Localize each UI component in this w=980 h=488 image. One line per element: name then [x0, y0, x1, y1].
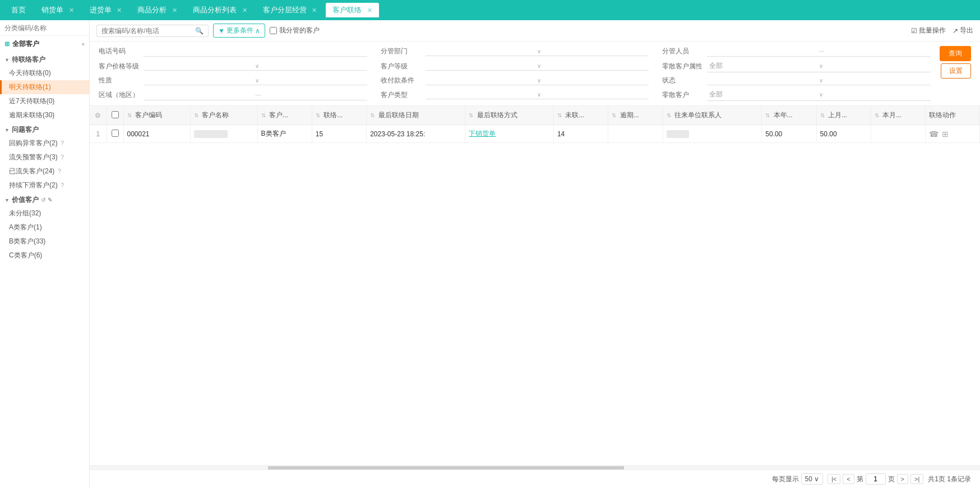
more-icon[interactable]: ···: [819, 47, 928, 55]
close-icon[interactable]: ✕: [367, 7, 372, 13]
triangle-icon: ▼: [4, 127, 10, 133]
next-page-button[interactable]: >: [897, 474, 908, 484]
sidebar-item-churn-warning[interactable]: 流失预警客户(3) ?: [0, 150, 89, 164]
sort-icon[interactable]: ⇅: [261, 112, 266, 118]
sort-icon[interactable]: ⇅: [370, 112, 375, 118]
close-icon[interactable]: ✕: [69, 7, 74, 13]
sort-icon[interactable]: ⇅: [194, 112, 198, 118]
filter-phone: 电话号码: [99, 46, 367, 57]
sidebar-item-a-class[interactable]: A类客户(1): [0, 220, 89, 234]
select-all-checkbox[interactable]: [112, 111, 119, 118]
price-grade-select[interactable]: ∨: [144, 62, 367, 71]
close-icon[interactable]: ✕: [117, 7, 122, 13]
nav-sales-order[interactable]: 销货单 ✕: [35, 3, 81, 17]
sort-icon[interactable]: ⇅: [612, 112, 616, 118]
close-icon[interactable]: ✕: [312, 7, 317, 13]
col-overdue: ⇅ 逾期...: [608, 106, 663, 125]
last-page-button[interactable]: >|: [910, 474, 923, 484]
close-icon[interactable]: ✕: [242, 7, 247, 13]
search-box[interactable]: 🔍: [96, 25, 209, 37]
manager-select[interactable]: ···: [707, 46, 931, 57]
customer-type-select[interactable]: ∨: [426, 90, 649, 99]
horizontal-scrollbar[interactable]: [90, 465, 980, 469]
customer-grade-select[interactable]: ∨: [426, 62, 649, 71]
contact-action-icon[interactable]: ☎: [929, 130, 939, 139]
sort-icon[interactable]: ⇅: [820, 112, 825, 118]
checkbox-icon: ☑: [911, 27, 917, 35]
col-last-contact-date: ⇅ 最后联络日期: [367, 106, 465, 125]
row-code: 000021: [123, 125, 191, 143]
phone-label: 电话号码: [99, 47, 144, 56]
nav-customer-tier[interactable]: 客户分层经营 ✕: [256, 3, 324, 17]
my-customers-checkbox[interactable]: 我分管的客户: [270, 26, 320, 35]
nature-select[interactable]: ∨: [144, 76, 367, 85]
page-size-dropdown[interactable]: 50 ∨: [801, 473, 823, 485]
nav-home[interactable]: 首页: [4, 3, 33, 17]
sidebar-search-input[interactable]: [4, 24, 89, 32]
sort-icon[interactable]: ⇅: [875, 112, 879, 118]
edit-icon[interactable]: ✎: [48, 197, 52, 203]
status-select[interactable]: ∨: [707, 76, 931, 85]
nav-product-analysis[interactable]: 商品分析 ✕: [131, 3, 184, 17]
page-number-input[interactable]: [866, 473, 886, 485]
my-customers-check[interactable]: [270, 27, 277, 34]
prev-page-button[interactable]: <: [843, 474, 854, 484]
sidebar-item-declining[interactable]: 持续下滑客户(2) ?: [0, 178, 89, 192]
settings-icon[interactable]: ⚙: [95, 112, 101, 119]
all-customers-header[interactable]: ⊞ 全部客户 «: [0, 36, 89, 52]
sidebar-item-churned[interactable]: 已流失客户(24) ?: [0, 164, 89, 178]
col-settings[interactable]: ⚙: [90, 106, 107, 125]
sidebar-item-ungrouped[interactable]: 未分组(32): [0, 206, 89, 220]
row-select-checkbox[interactable]: [112, 130, 119, 137]
chevron-down-icon: ∨: [537, 91, 646, 98]
query-button[interactable]: 查询: [940, 46, 971, 61]
retail-customer-select[interactable]: 全部 ∨: [707, 89, 931, 101]
sort-icon[interactable]: ⇅: [127, 112, 132, 118]
sort-icon[interactable]: ⇅: [469, 112, 473, 118]
export-button[interactable]: ↗ 导出: [953, 26, 973, 35]
close-icon[interactable]: ✕: [172, 7, 177, 13]
price-grade-label: 客户价格等级: [99, 62, 144, 71]
sort-icon[interactable]: ⇅: [667, 112, 671, 118]
dept-select[interactable]: ∨: [426, 47, 649, 56]
region-select[interactable]: ···: [144, 90, 367, 100]
sidebar-search-box[interactable]: 🔍: [0, 20, 89, 36]
more-conditions-button[interactable]: ▼ 更多条件 ∧: [213, 24, 265, 38]
batch-operation-button[interactable]: ☑ 批量操作: [911, 26, 946, 35]
retail-attr-select[interactable]: 全部 ∨: [707, 60, 931, 72]
more-icon[interactable]: ···: [255, 91, 364, 99]
sidebar-item-overdue-contact[interactable]: 逾期未联络(30): [0, 108, 89, 122]
sort-icon[interactable]: ⇅: [316, 112, 320, 118]
more-action-icon[interactable]: ⊞: [942, 130, 949, 139]
sidebar-item-tomorrow-contact[interactable]: 明天待联络(1): [0, 80, 89, 94]
sidebar-item-repurchase-anomaly[interactable]: 回购异常客户(2) ?: [0, 136, 89, 150]
filter-nature: 性质 ∨: [99, 76, 367, 85]
phone-input[interactable]: [144, 46, 367, 57]
row-checkbox[interactable]: [107, 125, 123, 143]
nav-product-analysis-list[interactable]: 商品分析列表 ✕: [186, 3, 254, 17]
page-navigation: |< < 第 页 > >|: [828, 473, 923, 485]
sort-icon[interactable]: ⇅: [765, 112, 770, 118]
contact-method-link[interactable]: 下销货单: [469, 130, 496, 137]
nav-customer-contact[interactable]: 客户联络 ✕: [326, 3, 379, 17]
settings-button[interactable]: 设置: [941, 63, 971, 79]
row-last-method[interactable]: 下销货单: [465, 125, 554, 143]
sort-icon[interactable]: ⇅: [557, 112, 562, 118]
first-page-button[interactable]: |<: [828, 474, 840, 484]
triangle-icon: ▼: [4, 197, 10, 203]
col-checkbox[interactable]: [107, 106, 123, 125]
sidebar-item-b-class[interactable]: B类客户(33): [0, 234, 89, 248]
nav-purchase-order[interactable]: 进货单 ✕: [83, 3, 129, 17]
sidebar-item-today-contact[interactable]: 今天待联络(0): [0, 66, 89, 80]
refresh-icon[interactable]: ↺: [41, 197, 45, 203]
payment-terms-select[interactable]: ∨: [426, 76, 649, 85]
filter-manager: 分管人员 ···: [662, 46, 931, 57]
sidebar-item-c-class[interactable]: C类客户(6): [0, 248, 89, 263]
filter-customer-grade: 客户等级 ∨: [381, 62, 649, 71]
sidebar-item-7days-contact[interactable]: 近7天待联络(0): [0, 94, 89, 108]
filter-region: 区域（地区） ···: [99, 90, 367, 100]
collapse-icon[interactable]: «: [81, 41, 85, 47]
main-search-input[interactable]: [101, 27, 193, 35]
search-icon[interactable]: 🔍: [195, 27, 204, 35]
page-suffix: 页: [888, 475, 895, 484]
